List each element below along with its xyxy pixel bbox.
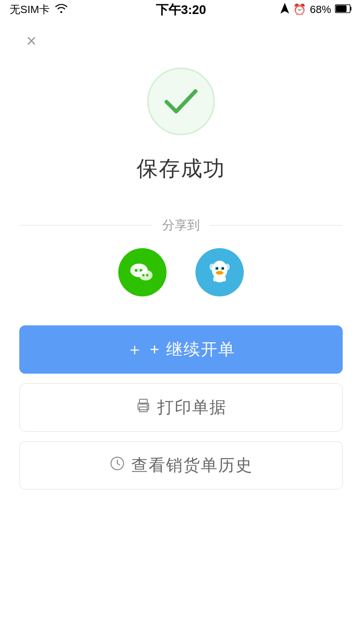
success-title: 保存成功 — [137, 154, 225, 183]
qq-share-button[interactable] — [195, 248, 244, 296]
svg-point-11 — [216, 267, 218, 269]
svg-point-19 — [225, 264, 230, 270]
svg-rect-1 — [336, 5, 347, 12]
wechat-icon — [128, 258, 156, 286]
divider-left — [19, 225, 153, 225]
success-section: 保存成功 — [137, 68, 225, 183]
svg-point-7 — [146, 274, 149, 277]
status-bar: 无SIM卡 下午3:20 ⏰ 68% — [0, 0, 362, 19]
print-icon — [135, 397, 152, 418]
status-right: ⏰ 68% — [280, 3, 352, 16]
share-divider: 分享到 — [19, 217, 343, 234]
plus-icon: ＋ — [126, 338, 144, 361]
svg-point-18 — [209, 264, 214, 270]
checkmark-icon — [164, 88, 198, 114]
svg-point-6 — [142, 274, 145, 277]
svg-point-12 — [222, 267, 224, 269]
continue-label: + 继续开单 — [150, 338, 235, 361]
history-button[interactable]: 查看销货单历史 — [19, 441, 343, 490]
action-buttons: ＋ + 继续开单 打印单据 查看销货单历史 — [19, 325, 343, 490]
svg-point-3 — [135, 269, 138, 272]
continue-button[interactable]: ＋ + 继续开单 — [19, 325, 343, 374]
share-icons — [118, 248, 244, 296]
history-icon — [109, 455, 125, 476]
svg-point-5 — [139, 270, 153, 280]
battery-icon — [335, 3, 352, 16]
location-icon — [280, 3, 289, 16]
alarm-icon: ⏰ — [293, 3, 306, 16]
history-label: 查看销货单历史 — [131, 454, 253, 476]
success-circle — [147, 68, 215, 135]
battery-label: 68% — [310, 3, 331, 16]
close-icon: × — [26, 31, 36, 51]
wifi-icon — [55, 3, 68, 16]
print-button[interactable]: 打印单据 — [19, 383, 343, 432]
divider-right — [209, 225, 343, 225]
share-label: 分享到 — [162, 217, 200, 234]
svg-rect-17 — [223, 277, 226, 281]
print-label: 打印单据 — [157, 396, 227, 419]
main-content: × 保存成功 分享到 — [0, 19, 362, 644]
svg-rect-16 — [213, 277, 216, 281]
close-button[interactable]: × — [19, 29, 43, 53]
wechat-share-button[interactable] — [118, 248, 167, 296]
status-time: 下午3:20 — [156, 1, 206, 18]
svg-point-23 — [147, 405, 149, 406]
qq-icon — [206, 258, 234, 286]
svg-point-8 — [212, 261, 227, 279]
carrier-label: 无SIM卡 — [10, 2, 50, 17]
status-left: 无SIM卡 — [10, 2, 68, 17]
